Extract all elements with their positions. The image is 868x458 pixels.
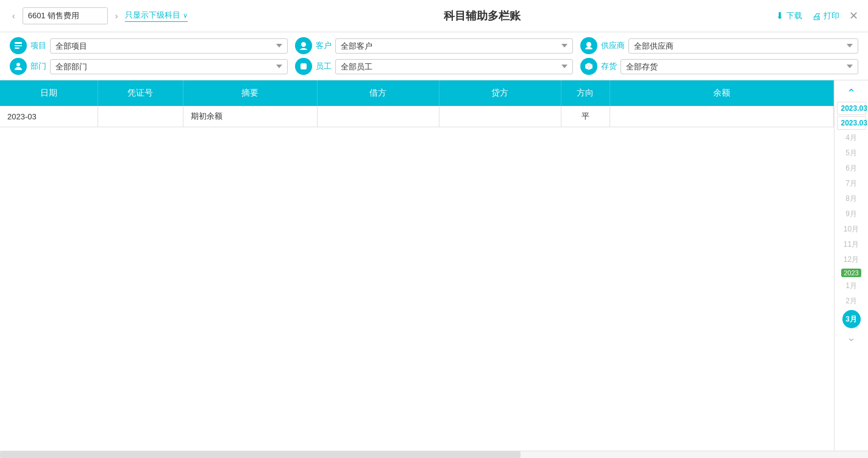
month-12[interactable]: 12月: [834, 252, 868, 267]
main-window: ‹ 6601 销售费用 › 只显示下级科目 ∨ 科目辅助多栏账 ⬇ 下载 🖨 打…: [0, 0, 868, 458]
project-select[interactable]: 全部项目: [50, 38, 288, 54]
employee-label: 员工: [316, 61, 332, 72]
ledger-table: 日期 凭证号 摘要 借方 贷方 方向 余额 2023-03 期初余额: [0, 80, 834, 127]
month-2[interactable]: 2月: [834, 294, 868, 309]
filter-employee: 员工 全部员工: [295, 58, 573, 75]
month-11[interactable]: 11月: [834, 237, 868, 252]
filter-area: 项目 全部项目 客户 全部客户 供应商 全部供: [0, 32, 868, 80]
filter-inventory: 存货 全部存货: [580, 58, 858, 75]
col-summary: 摘要: [183, 80, 317, 106]
customer-label: 客户: [316, 40, 332, 51]
col-date: 日期: [0, 80, 98, 106]
department-icon: [10, 58, 27, 75]
download-button[interactable]: ⬇ 下载: [776, 10, 802, 21]
col-direction: 方向: [561, 80, 610, 106]
project-label: 项目: [30, 40, 46, 51]
inventory-label: 存货: [601, 61, 617, 72]
project-icon: [10, 37, 27, 54]
print-label: 打印: [824, 10, 839, 21]
filter-supplier: 供应商 全部供应商: [580, 37, 858, 54]
col-credit: 贷方: [439, 80, 561, 106]
next-account-button[interactable]: ›: [113, 10, 121, 22]
month-4[interactable]: 4月: [834, 130, 868, 146]
range-end-label[interactable]: 2023.03: [837, 116, 866, 130]
col-balance: 余额: [610, 80, 834, 106]
cell-debit: [317, 106, 439, 127]
right-panel: ⌃ 2023.03 2023.03 4月 5月 6月 7月 8月 9月 10月 …: [834, 80, 868, 451]
svg-point-3: [586, 42, 591, 47]
month-1[interactable]: 1月: [834, 278, 868, 294]
page-title: 科目辅助多栏账: [193, 9, 771, 23]
cell-summary: 期初余额: [183, 106, 317, 127]
month-7[interactable]: 7月: [834, 176, 868, 191]
print-button[interactable]: 🖨 打印: [812, 10, 839, 21]
supplier-label: 供应商: [601, 40, 625, 51]
download-icon: ⬇: [776, 10, 784, 21]
supplier-icon: [580, 37, 597, 54]
inventory-icon: [580, 58, 597, 75]
col-debit: 借方: [317, 80, 439, 106]
close-button[interactable]: ✕: [849, 9, 858, 23]
year-badge: 2023: [841, 269, 861, 277]
svg-rect-1: [15, 45, 22, 46]
cell-credit: [439, 106, 561, 127]
department-label: 部门: [30, 61, 46, 72]
filter-row-1: 项目 全部项目 客户 全部客户 供应商 全部供: [10, 37, 858, 54]
table-wrapper: 日期 凭证号 摘要 借方 贷方 方向 余额 2023-03 期初余额: [0, 80, 868, 451]
department-select[interactable]: 全部部门: [50, 59, 288, 74]
show-sub-label: 只显示下级科目: [125, 10, 180, 21]
filter-row-2: 部门 全部部门 员工 全部员工 存货 全部存货: [10, 58, 858, 75]
chevron-down-icon: ∨: [183, 12, 188, 19]
svg-point-4: [16, 63, 20, 66]
filter-project: 项目 全部项目: [10, 37, 288, 54]
svg-rect-2: [15, 48, 20, 49]
table-row: 2023-03 期初余额 平: [0, 106, 834, 127]
cell-balance: [610, 106, 834, 127]
cell-date: 2023-03: [0, 106, 98, 127]
col-voucher: 凭证号: [98, 80, 183, 106]
bottom-scrollbar[interactable]: [0, 451, 868, 458]
panel-down-arrow[interactable]: ⌄: [847, 329, 856, 345]
download-label: 下载: [786, 10, 802, 21]
customer-icon: [295, 37, 312, 54]
filter-department: 部门 全部部门: [10, 58, 288, 75]
panel-up-arrow[interactable]: ⌃: [847, 85, 856, 101]
show-sub-dropdown[interactable]: 只显示下级科目 ∨: [125, 10, 188, 22]
filter-customer: 客户 全部客户: [295, 37, 573, 54]
account-code: 6601 销售费用: [23, 7, 108, 24]
cell-voucher: [98, 106, 183, 127]
prev-account-button[interactable]: ‹: [10, 10, 18, 22]
customer-select[interactable]: 全部客户: [335, 38, 573, 54]
print-icon: 🖨: [812, 11, 821, 21]
month-5[interactable]: 5月: [834, 146, 868, 161]
employee-icon: [295, 58, 312, 75]
range-start-label[interactable]: 2023.03: [837, 102, 866, 115]
month-3-active[interactable]: 3月: [842, 310, 861, 328]
top-bar: ‹ 6601 销售费用 › 只显示下级科目 ∨ 科目辅助多栏账 ⬇ 下载 🖨 打…: [0, 0, 868, 32]
supplier-select[interactable]: 全部供应商: [628, 38, 858, 54]
month-8[interactable]: 8月: [834, 191, 868, 206]
cell-direction: 平: [561, 106, 610, 127]
toolbar-buttons: ⬇ 下载 🖨 打印: [776, 10, 839, 21]
month-6[interactable]: 6月: [834, 161, 868, 176]
month-10[interactable]: 10月: [834, 222, 868, 237]
inventory-select[interactable]: 全部存货: [621, 59, 858, 74]
month-9[interactable]: 9月: [834, 206, 868, 222]
svg-rect-0: [15, 42, 22, 44]
employee-select[interactable]: 全部员工: [335, 59, 573, 74]
